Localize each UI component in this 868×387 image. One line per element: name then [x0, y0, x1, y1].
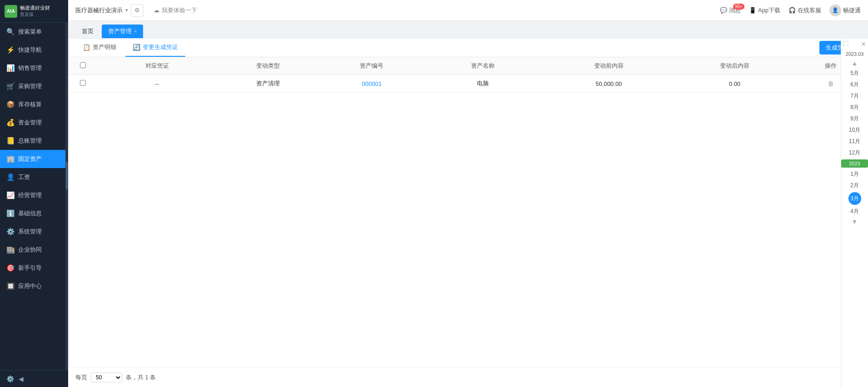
company-name: 医疗器械行业演示 [75, 6, 123, 15]
app-name: 畅捷通好业财 [20, 5, 50, 11]
header-settings-btn[interactable]: ⚙ [131, 4, 144, 17]
col-before-header: 变动前内容 [542, 57, 676, 75]
asset-code-link[interactable]: 000001 [362, 80, 382, 87]
calendar-next-btn[interactable]: ▼ [841, 217, 868, 226]
guide-icon: 🎯 [6, 264, 15, 272]
tab-asset-label: 资产管理 [108, 27, 132, 35]
sidebar-item-label: 总账管理 [18, 137, 42, 145]
sidebar-item-inventory[interactable]: 📦 库存核算 [0, 95, 65, 114]
cal-month-3-selected[interactable]: 3月 [848, 192, 861, 205]
row-after-change: 0.00 [675, 75, 794, 93]
sidebar-item-quick-nav[interactable]: ⚡ 快捷导航 [0, 41, 65, 59]
col-code-header: 资产编号 [320, 57, 423, 75]
funds-icon: 💰 [6, 119, 15, 127]
cal-month-10[interactable]: 10月 [841, 124, 868, 136]
collapse-icon[interactable]: ◀ [19, 375, 24, 382]
app-logo-icon: AtA [5, 5, 17, 18]
select-all-checkbox[interactable] [80, 62, 86, 68]
content-area: 📋 资产明细 🔄 变更生成凭证 生成凭证 ▾ [68, 39, 868, 387]
cloud-icon: ☁ [154, 7, 159, 14]
sidebar-item-system[interactable]: ⚙️ 系统管理 [0, 223, 65, 241]
sidebar-item-label: 资金管理 [18, 119, 42, 127]
page-size-select[interactable]: 10 20 50 100 [91, 372, 122, 382]
username-label: 畅捷通 [843, 6, 861, 15]
company-dropdown-icon[interactable]: ▾ [125, 7, 128, 13]
row-checkbox[interactable] [80, 80, 86, 86]
app-download-label: App下载 [758, 6, 780, 15]
row-change-type: 资产清理 [216, 75, 320, 93]
row-voucher: -- [98, 75, 216, 93]
delete-row-btn[interactable]: 🗑 [828, 80, 834, 87]
cal-month-12[interactable]: 12月 [841, 147, 868, 159]
online-service-btn[interactable]: 🎧 在线客服 [789, 6, 821, 15]
quick-nav-icon: ⚡ [6, 46, 15, 54]
sidebar-item-guide[interactable]: 🎯 新手引导 [0, 259, 65, 277]
messages-btn[interactable]: 💬 消息 99+ [720, 6, 741, 15]
cal-month-2[interactable]: 2月 [841, 180, 868, 191]
sidebar: AtA 畅捷通好业财 普及版 🔍 搜索菜单 ⚡ 快捷导航 📊 销售管理 🛒 [0, 0, 68, 387]
tab-asset-detail-label: 资产明细 [93, 43, 116, 51]
sidebar-item-basic-info[interactable]: ℹ️ 基础信息 [0, 204, 65, 223]
sidebar-item-label: 工资 [18, 173, 30, 181]
sidebar-logo: AtA 畅捷通好业财 普及版 [0, 0, 68, 23]
table-row: -- 资产清理 000001 电脑 50,000.00 0.00 🗑 [68, 75, 868, 93]
tab-close-icon[interactable]: × [134, 29, 137, 34]
message-icon: 💬 [720, 7, 727, 14]
sidebar-item-salary[interactable]: 👤 工资 [0, 168, 65, 186]
sidebar-item-ledger[interactable]: 📒 总账管理 [0, 132, 65, 150]
sidebar-item-label: 系统管理 [18, 228, 42, 236]
sidebar-item-fixed-assets[interactable]: 🏢 固定资产 [0, 150, 65, 168]
inner-tabs-bar: 📋 资产明细 🔄 变更生成凭证 生成凭证 ▾ [68, 39, 868, 57]
sidebar-item-app-center[interactable]: 🔲 应用中心 [0, 277, 65, 295]
cal-month-8[interactable]: 8月 [841, 102, 868, 113]
search-icon: 🔍 [6, 28, 15, 36]
sidebar-scrollbar-thumb [66, 162, 68, 189]
col-after-header: 变动后内容 [675, 57, 794, 75]
cal-month-11[interactable]: 11月 [841, 136, 868, 147]
tab-home-label: 首页 [82, 27, 94, 35]
phone-icon: 📱 [749, 7, 756, 14]
sidebar-item-sales[interactable]: 📊 销售管理 [0, 59, 65, 77]
cal-month-6[interactable]: 6月 [841, 79, 868, 90]
experience-btn[interactable]: ☁ 我要体验一下 [154, 6, 197, 15]
per-page-label: 每页 [75, 373, 87, 382]
sidebar-item-label: 新手引导 [18, 264, 42, 272]
row-checkbox-cell [68, 75, 98, 93]
tab-home[interactable]: 首页 [75, 25, 100, 38]
col-checkbox-header [68, 57, 98, 75]
total-label: 条，共 1 条 [126, 373, 156, 382]
sidebar-nav: 🔍 搜索菜单 ⚡ 快捷导航 📊 销售管理 🛒 采购管理 📦 库存核算 💰 [0, 23, 65, 370]
user-menu-btn[interactable]: 👤 畅捷通 [829, 5, 861, 16]
cal-month-4[interactable]: 4月 [841, 206, 868, 217]
sidebar-item-operations[interactable]: 📈 经营管理 [0, 186, 65, 204]
tab-asset-management[interactable]: 资产管理 × [102, 25, 143, 38]
tab-change-voucher-label: 变更生成凭证 [143, 43, 178, 51]
online-service-label: 在线客服 [798, 6, 821, 15]
headphone-icon: 🎧 [789, 7, 796, 14]
cal-month-9[interactable]: 9月 [841, 113, 868, 124]
purchase-icon: 🛒 [6, 82, 15, 90]
sidebar-item-search[interactable]: 🔍 搜索菜单 [0, 23, 65, 41]
sidebar-item-label: 搜索菜单 [18, 28, 42, 36]
tab-change-voucher[interactable]: 🔄 变更生成凭证 [125, 39, 185, 57]
cal-month-5[interactable]: 5月 [841, 68, 868, 79]
sidebar-item-enterprise[interactable]: 🏬 企业协同 [0, 241, 65, 259]
header-right: 💬 消息 99+ 📱 App下载 🎧 在线客服 👤 畅捷通 [720, 5, 861, 16]
app-download-btn[interactable]: 📱 App下载 [749, 6, 780, 15]
gear-icon: ⚙ [134, 7, 140, 14]
cal-year-marker[interactable]: 2023 [841, 159, 868, 168]
sidebar-item-label: 企业协同 [18, 246, 42, 254]
tabs-bar: 首页 资产管理 × [68, 21, 868, 39]
sidebar-item-funds[interactable]: 💰 资金管理 [0, 114, 65, 132]
tab-asset-detail[interactable]: 📋 资产明细 [75, 39, 124, 57]
cal-month-1[interactable]: 1月 [841, 169, 868, 180]
top-header: 医疗器械行业演示 ▾ ⚙ ☁ 我要体验一下 💬 消息 99+ 📱 App下载 🎧 [68, 0, 868, 21]
cal-month-7[interactable]: 7月 [841, 90, 868, 102]
row-asset-code[interactable]: 000001 [320, 75, 423, 93]
settings-bottom-icon[interactable]: ⚙️ [6, 375, 14, 382]
enterprise-icon: 🏬 [6, 246, 15, 254]
sidebar-item-purchase[interactable]: 🛒 采购管理 [0, 77, 65, 95]
asset-detail-icon: 📋 [83, 44, 90, 51]
operations-icon: 📈 [6, 191, 15, 199]
calendar-prev-btn[interactable]: ▲ [841, 59, 868, 68]
